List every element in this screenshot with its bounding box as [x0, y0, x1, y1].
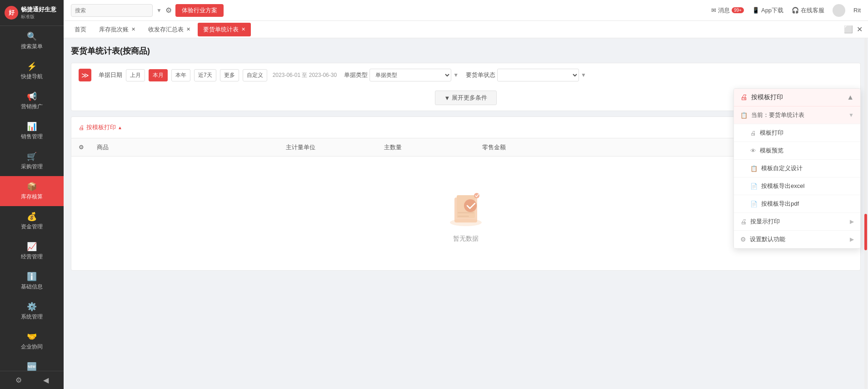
tab-order-stats-close[interactable]: ✕: [241, 26, 245, 32]
tabs-right-controls: ⬜ ✕: [844, 25, 863, 34]
scroll-track[interactable]: [864, 38, 867, 389]
sidebar-item-system[interactable]: ⚙️ 系统管理: [0, 296, 64, 326]
trial-button[interactable]: 体验行业方案: [175, 4, 224, 17]
order-status-arrow: ▼: [581, 72, 586, 78]
basic-icon: ℹ️: [27, 272, 37, 282]
expand-more-btn[interactable]: ▼ 展开更多条件: [435, 91, 497, 105]
purchase-icon: 🛒: [27, 152, 37, 162]
search-nav-icon: 🔍: [27, 31, 37, 41]
main-area: ▼ ⚙ 体验行业方案 ✉ 消息 99+ 📱 App下载 🎧 在线客服 Rit: [64, 0, 868, 389]
dropdown-item-export-pdf[interactable]: 📄 按模板导出pdf: [734, 195, 860, 213]
order-status-select[interactable]: [497, 69, 579, 81]
dropdown-header: 🖨 按模板打印 ▲: [734, 89, 860, 106]
svg-point-6: [474, 193, 479, 198]
sidebar-item-guide[interactable]: 🆕 新手引导: [0, 356, 64, 371]
export-excel-icon: 📄: [750, 183, 758, 190]
tab-batch-account[interactable]: 库存批次账 ✕: [94, 23, 141, 36]
top-header: ▼ ⚙ 体验行业方案 ✉ 消息 99+ 📱 App下载 🎧 在线客服 Rit: [64, 0, 868, 21]
date-this-year-btn[interactable]: 本年: [171, 69, 190, 81]
sidebar-item-collab[interactable]: 🤝 企业协同: [0, 326, 64, 356]
export-pdf-icon: 📄: [750, 201, 758, 207]
dropdown-item-template-design[interactable]: 📋 模板自定义设计: [734, 160, 860, 177]
expand-icon: ▼: [444, 95, 450, 101]
order-type-arrow: ▼: [453, 72, 459, 78]
order-type-filter: 单据类型 单据类型 ▼: [344, 69, 459, 81]
message-label: 消息: [718, 6, 730, 15]
dropdown-section-display-print[interactable]: 🖨 按显示打印 ▶: [734, 213, 860, 231]
date-7days-btn[interactable]: 近7天: [194, 69, 216, 81]
col-header-qty: 主数量: [380, 143, 479, 152]
collapse-icon[interactable]: ◀: [43, 376, 49, 384]
tab-order-stats[interactable]: 要货单统计表 ✕: [198, 23, 251, 36]
user-avatar[interactable]: [833, 4, 845, 17]
user-name[interactable]: Rit: [853, 7, 861, 14]
sidebar-item-finance[interactable]: 💰 资金管理: [0, 206, 64, 236]
settings-bottom-icon[interactable]: ⚙: [15, 376, 22, 384]
col-header-unit: 主计量单位: [282, 143, 380, 152]
online-service-action[interactable]: 🎧 在线客服: [792, 6, 824, 15]
header-right: ✉ 消息 99+ 📱 App下载 🎧 在线客服 Rit: [711, 4, 861, 17]
maximize-icon[interactable]: ⬜: [844, 25, 853, 34]
tab-batch-account-close[interactable]: ✕: [131, 26, 135, 32]
sidebar-item-marketing[interactable]: 📢 营销推广: [0, 86, 64, 116]
date-custom-btn[interactable]: 自定义: [243, 69, 267, 81]
empty-illustration: [443, 184, 489, 229]
tab-home[interactable]: 首页: [69, 23, 92, 36]
settings-gear-icon[interactable]: ⚙: [165, 6, 172, 15]
order-status-filter: 要货单状态 ▼: [466, 69, 586, 81]
filter-toggle-icon: ≫: [81, 71, 89, 80]
sidebar-item-quick-nav[interactable]: ⚡ 快捷导航: [0, 56, 64, 86]
operation-icon: 📈: [27, 242, 37, 252]
search-input[interactable]: [71, 4, 153, 17]
date-more-btn[interactable]: 更多: [220, 69, 239, 81]
message-icon: ✉: [711, 7, 716, 14]
collab-icon: 🤝: [27, 332, 37, 342]
sidebar-item-search[interactable]: 🔍 搜索菜单: [0, 26, 64, 56]
sidebar-item-operation[interactable]: 📈 经营管理: [0, 236, 64, 266]
dropdown-item-template-print[interactable]: 🖨 模板打印: [734, 124, 860, 142]
date-last-month-btn[interactable]: 上月: [126, 69, 145, 81]
sidebar-item-basic[interactable]: ℹ️ 基础信息: [0, 266, 64, 296]
sidebar-item-inventory[interactable]: 📦 库存核算: [0, 176, 64, 206]
dropdown-current-item[interactable]: 📋 当前：要货单统计表 ▼: [734, 106, 860, 124]
svg-point-3: [464, 199, 477, 212]
display-print-icon: 🖨: [740, 218, 747, 225]
empty-text: 暂无数据: [453, 235, 479, 243]
dropdown-section-default-setting[interactable]: ⚙ 设置默认功能 ▶: [734, 231, 860, 248]
dropdown-item-export-excel[interactable]: 📄 按模板导出excel: [734, 177, 860, 195]
dropdown-item-template-preview[interactable]: 👁 模板预览: [734, 142, 860, 160]
dropdown-close-btn[interactable]: ▲: [847, 93, 854, 101]
tab-receipt-summary[interactable]: 收发存汇总表 ✕: [143, 23, 196, 36]
current-arrow-icon: ▼: [848, 112, 854, 118]
current-template-icon: 📋: [740, 112, 748, 119]
svg-rect-5: [458, 216, 469, 217]
system-icon: ⚙️: [27, 302, 37, 312]
sidebar-item-purchase[interactable]: 🛒 采购管理: [0, 146, 64, 176]
template-design-icon: 📋: [750, 165, 758, 172]
dropdown-header-print-icon: 🖨: [740, 93, 748, 101]
svg-rect-4: [458, 212, 474, 213]
dropdown-title: 按模板打印: [751, 93, 783, 101]
print-dropdown-overlay: 🖨 按模板打印 ▲ 📋 当前：要货单统计表 ▼ 🖨 模板打印: [733, 88, 861, 249]
app-download-icon: 📱: [752, 7, 759, 14]
col-header-checkbox: ⚙: [75, 144, 93, 151]
date-this-month-btn[interactable]: 本月: [149, 69, 168, 81]
tabs-close-all-icon[interactable]: ✕: [857, 25, 863, 34]
scroll-thumb[interactable]: [864, 214, 867, 250]
sidebar-item-sales[interactable]: 📊 销售管理: [0, 116, 64, 146]
guide-icon: 🆕: [27, 362, 37, 371]
sidebar-bottom: ⚙ ◀: [0, 371, 64, 389]
order-status-label: 要货单状态: [466, 71, 495, 79]
settings-col-icon[interactable]: ⚙: [79, 144, 84, 151]
tab-receipt-summary-close[interactable]: ✕: [186, 26, 190, 32]
search-dropdown-icon[interactable]: ▼: [156, 7, 162, 14]
message-action[interactable]: ✉ 消息 99+: [711, 6, 744, 15]
logo-icon: 好: [5, 6, 18, 20]
sidebar-logo: 好 畅捷通好生意 标准版: [0, 0, 64, 26]
date-filter-group: 单据日期 上月 本月 本年 近7天 更多 自定义 2023-06-01 至 20…: [99, 69, 337, 81]
order-type-select[interactable]: 单据类型: [369, 69, 451, 81]
sales-icon: 📊: [27, 121, 37, 131]
app-download-action[interactable]: 📱 App下载: [752, 6, 783, 15]
print-btn-area[interactable]: 🖨 按模板打印 ▲: [79, 123, 122, 131]
filter-toggle-btn[interactable]: ≫: [79, 69, 91, 81]
